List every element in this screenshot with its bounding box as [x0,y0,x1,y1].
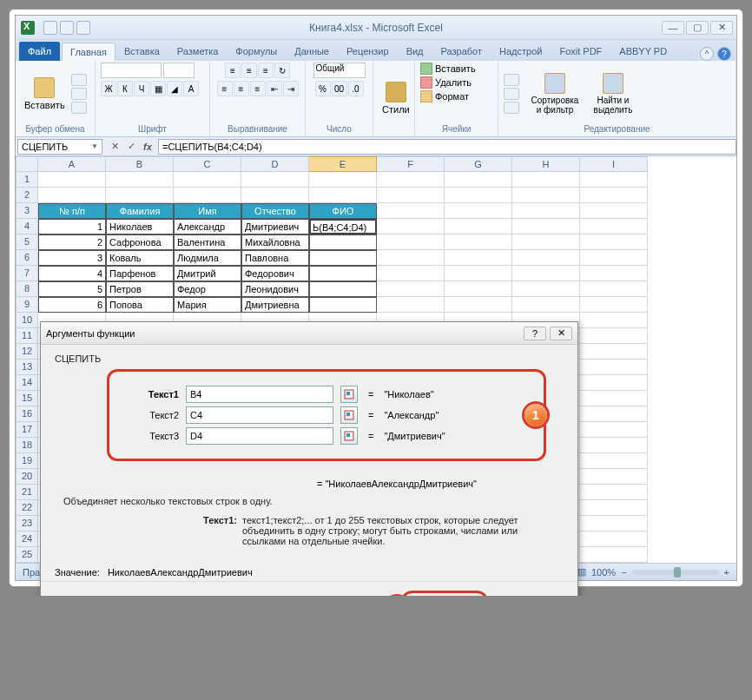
arg-input[interactable] [186,386,333,403]
row-header[interactable]: 4 [16,219,38,234]
cancel-formula-icon[interactable]: ✕ [107,139,122,155]
row-header[interactable]: 12 [16,344,38,360]
cell[interactable]: Павловна [241,250,309,266]
col-header[interactable]: I [580,156,648,172]
cell[interactable]: Дмитрий [174,266,241,281]
cell[interactable]: Дмитриевич [241,219,309,234]
cell[interactable] [580,234,648,250]
col-header[interactable]: C [174,156,241,172]
qat-undo-icon[interactable] [60,21,74,35]
row-header[interactable]: 2 [16,188,38,203]
delete-cells-icon[interactable] [420,76,432,89]
close-icon[interactable]: ✕ [710,21,733,35]
cell[interactable]: Михайловна [241,234,309,250]
cell[interactable] [174,188,241,203]
row-header[interactable]: 15 [16,391,38,406]
col-header[interactable]: E [309,156,377,172]
range-selector-icon[interactable] [340,406,358,424]
cell[interactable] [241,188,309,203]
row-header[interactable]: 20 [16,469,38,485]
cell[interactable]: 5 [38,281,106,297]
tab-foxit[interactable]: Foxit PDF [551,42,610,61]
cell[interactable] [377,234,445,250]
arg-input[interactable] [186,406,333,424]
row-header[interactable]: 3 [16,203,38,219]
cell[interactable]: 6 [38,297,106,313]
row-header[interactable]: 13 [16,360,38,375]
cell[interactable]: Федор [174,281,241,297]
cell[interactable]: Мария [174,297,241,313]
cell[interactable] [445,234,512,250]
cell[interactable] [309,188,377,203]
cell[interactable]: 2 [38,234,106,250]
row-header[interactable]: 21 [16,485,38,500]
cell[interactable] [309,266,377,281]
insert-cells-icon[interactable] [420,63,432,75]
cell[interactable] [580,297,648,313]
tab-addins[interactable]: Надстрой [491,42,551,61]
col-header[interactable]: G [445,156,512,172]
border-icon[interactable]: ▦ [150,81,166,96]
cell[interactable] [580,203,648,219]
worksheet[interactable]: 1234567891011121314151617181920212223242… [16,156,736,563]
tab-home[interactable]: Главная [62,43,115,61]
cell[interactable] [377,219,445,234]
row-header[interactable]: 9 [16,297,38,313]
cell[interactable]: Федорович [241,266,309,281]
row-header[interactable]: 14 [16,375,38,391]
sort-filter-button[interactable]: Сортировка и фильтр [527,71,583,116]
cell[interactable] [106,188,174,203]
range-selector-icon[interactable] [340,427,358,445]
cell[interactable] [580,281,648,297]
formula-input[interactable]: =СЦЕПИТЬ(B4;C4;D4) [158,139,736,155]
find-select-button[interactable]: Найти и выделить [585,71,641,116]
cell[interactable] [174,172,241,188]
cell[interactable] [580,328,648,344]
dialog-close-icon[interactable]: ✕ [550,327,572,340]
styles-button[interactable]: Стили [379,80,413,116]
row-header[interactable]: 5 [16,234,38,250]
cell[interactable] [580,266,648,281]
tab-layout[interactable]: Разметка [168,42,228,61]
minimize-icon[interactable]: — [662,21,684,35]
cell[interactable] [445,188,512,203]
cell[interactable] [580,422,648,438]
format-cells-icon[interactable] [420,90,432,102]
row-header[interactable]: 1 [16,172,38,188]
cell[interactable] [580,547,648,563]
cell[interactable]: № п/п [38,203,106,219]
italic-icon[interactable]: К [117,81,133,96]
cell[interactable] [512,297,580,313]
cell[interactable] [38,172,106,188]
cell[interactable]: Сафронова [106,234,174,250]
cell[interactable] [309,172,377,188]
cell[interactable] [512,234,580,250]
cell[interactable]: Валентина [174,234,241,250]
cell[interactable] [241,172,309,188]
name-box[interactable]: СЦЕПИТЬ▼ [17,139,102,155]
cell[interactable] [512,203,580,219]
cell[interactable]: Попова [106,297,174,313]
row-header[interactable]: 8 [16,281,38,297]
cell[interactable]: Александр [174,219,241,234]
cell[interactable]: Коваль [106,250,174,266]
tab-review[interactable]: Рецензир [338,42,398,61]
cell[interactable]: Парфенов [106,266,174,281]
fill-down-icon[interactable] [504,88,519,100]
number-format[interactable]: Общий [313,63,366,78]
zoom-slider[interactable] [632,570,719,575]
format-painter-icon[interactable] [71,102,87,114]
cell[interactable] [38,188,106,203]
cell[interactable] [580,375,648,391]
cell[interactable] [580,219,648,234]
cell[interactable] [580,532,648,547]
row-header[interactable]: 25 [16,547,38,563]
cell[interactable] [106,172,174,188]
cell[interactable] [445,203,512,219]
clear-icon[interactable] [504,102,519,114]
cell[interactable] [512,281,580,297]
cell[interactable] [580,344,648,360]
cut-icon[interactable] [71,74,87,86]
cell[interactable] [445,281,512,297]
cell[interactable] [580,406,648,422]
